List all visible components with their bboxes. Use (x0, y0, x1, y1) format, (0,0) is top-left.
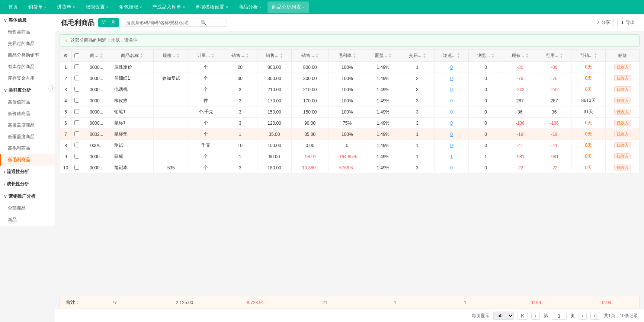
col-margin-rate[interactable]: 毛利率 ▲▼ (329, 50, 366, 62)
row-select-checkbox[interactable] (74, 109, 79, 114)
row-view1[interactable]: 1 (435, 151, 469, 162)
col-view1[interactable]: 浏览... ▲▼ (435, 50, 469, 62)
col-name[interactable]: 商品名称 ▲▼ (111, 50, 153, 62)
export-btn[interactable]: ⬇ 导出 (617, 18, 638, 27)
col-code[interactable]: 商... ▲▼ (82, 50, 111, 62)
row-checkbox[interactable] (72, 129, 82, 140)
row-view1[interactable]: 0 (435, 106, 469, 118)
row-name[interactable]: 测试 (111, 140, 153, 151)
col-unit[interactable]: 计量... ▲▼ (189, 50, 223, 62)
first-page-btn[interactable]: K (518, 312, 528, 320)
filter-recent-btn[interactable]: 近一月 (98, 18, 119, 27)
col-trade[interactable]: 交易... ▲▼ (400, 50, 435, 62)
last-page-btn[interactable]: ›| (590, 312, 600, 320)
row-name[interactable]: 鼠标垫 (111, 129, 153, 140)
nav-role-auth[interactable]: 角色授权× (115, 1, 147, 13)
nav-product-entry[interactable]: 产成品入库单× (148, 1, 189, 13)
row-name[interactable]: 铅笔1 (111, 106, 153, 118)
row-select-checkbox[interactable] (74, 120, 79, 125)
sidebar-item-all-goods[interactable]: 全部商品 (0, 203, 55, 214)
row-name[interactable]: 鼠标 (111, 151, 153, 162)
row-name[interactable]: 橡皮擦 (111, 95, 153, 106)
col-coverage[interactable]: 覆盖... ▲▼ (366, 50, 400, 62)
row-checkbox[interactable] (72, 118, 82, 129)
search-box[interactable]: 🔍 (123, 19, 227, 27)
sidebar-group-marketing[interactable]: ∨ 营销推广分析 (0, 190, 55, 203)
row-name[interactable]: 属性定价 (111, 62, 153, 73)
sidebar-item-stock-fund[interactable]: 库存资金占用 (0, 73, 55, 84)
row-view1[interactable]: 0 (435, 129, 469, 140)
sidebar-item-low-coverage[interactable]: 低覆盖度商品 (0, 131, 55, 143)
sidebar-item-category-rate[interactable]: 商品分类助销率 (0, 50, 55, 61)
row-select-checkbox[interactable] (74, 165, 79, 170)
nav-goods-analysis[interactable]: 商品分析× (234, 1, 266, 13)
row-name[interactable]: 鼠标1 (111, 118, 153, 129)
col-available[interactable]: 可用... ▲▼ (537, 50, 571, 62)
sidebar-item-low-margin[interactable]: 低毛利商品 (0, 154, 55, 166)
sidebar-item-traded-goods[interactable]: 交易过的商品 (0, 38, 55, 50)
row-select-checkbox[interactable] (74, 131, 79, 136)
page-size-select[interactable]: 50 20 100 (493, 312, 514, 320)
row-view1[interactable]: 0 (435, 84, 469, 95)
row-name[interactable]: 笔记本 (111, 162, 153, 173)
sidebar-group-circulation[interactable]: › 流通性分析 (0, 166, 55, 178)
row-select-checkbox[interactable] (74, 154, 79, 159)
col-current[interactable]: 现有... ▲▼ (503, 50, 537, 62)
sidebar-item-high-coverage[interactable]: 高覆盖度商品 (0, 119, 55, 131)
row-checkbox[interactable] (72, 106, 82, 118)
nav-home[interactable]: 首页 (4, 1, 22, 13)
nav-purchase-order[interactable]: 进货单× (52, 1, 80, 13)
search-input[interactable] (126, 20, 201, 25)
sidebar-item-high-value[interactable]: 高价值商品 (0, 96, 55, 108)
row-view1[interactable]: 0 (435, 95, 469, 106)
row-checkbox[interactable] (72, 151, 82, 162)
col-sales-count[interactable]: 销售... ▲▼ (223, 50, 257, 62)
row-checkbox[interactable] (72, 162, 82, 173)
row-select-checkbox[interactable] (74, 143, 79, 147)
row-checkbox[interactable] (72, 62, 82, 73)
row-view1[interactable]: 0 (435, 73, 469, 84)
nav-template[interactable]: 单据模板设置× (191, 1, 233, 13)
sidebar-item-new-goods[interactable]: 新品 (0, 214, 55, 226)
row-view1[interactable]: 0 (435, 140, 469, 151)
sidebar-item-stocked-goods[interactable]: 有库存的商品 (0, 61, 55, 73)
select-all-checkbox[interactable] (74, 53, 79, 58)
col-tag[interactable]: 标签 (606, 50, 640, 62)
row-checkbox[interactable] (72, 73, 82, 84)
col-sales-price[interactable]: 销售... ▲▼ (257, 50, 291, 62)
col-view2[interactable]: 浏览... ▲▼ (469, 50, 503, 62)
row-sellable: 0天 (571, 151, 606, 162)
row-name[interactable]: 吴细细1 (111, 73, 153, 84)
sidebar-group-growth[interactable]: › 成长性分析 (0, 178, 55, 190)
sidebar-group-cluster[interactable]: ∨ 类群度分析 (0, 84, 55, 96)
nav-sales-order[interactable]: 销货单× (24, 1, 51, 13)
row-view1[interactable]: 0 (435, 118, 469, 129)
row-view1[interactable]: 0 (435, 162, 469, 173)
row-checkbox[interactable] (72, 95, 82, 106)
row-select-checkbox[interactable] (74, 87, 79, 92)
row-name[interactable]: 电话机 (111, 84, 153, 95)
sidebar-item-high-margin[interactable]: 高毛利商品 (0, 143, 55, 154)
sidebar-item-sales-goods[interactable]: 销售类商品 (0, 26, 55, 38)
next-page-btn[interactable]: › (579, 312, 587, 320)
row-select-checkbox[interactable] (74, 76, 79, 80)
col-checkbox[interactable] (72, 50, 82, 62)
row-select-checkbox[interactable] (74, 64, 79, 69)
share-btn[interactable]: ↗ 分享 (593, 18, 613, 27)
row-select-checkbox[interactable] (74, 98, 79, 103)
col-spec[interactable]: 规格... ▲▼ (153, 50, 189, 62)
sidebar-group-overall[interactable]: ∨ 整体信息 (0, 14, 55, 26)
page-input[interactable] (552, 312, 567, 320)
nav-goods-analysis-list[interactable]: 商品分析列表× (267, 1, 309, 13)
row-checkbox[interactable] (72, 140, 82, 151)
row-view1[interactable]: 0 (435, 62, 469, 73)
col-sales-amount[interactable]: 销售... ▲▼ (291, 50, 328, 62)
col-settings[interactable]: ⚙ (60, 50, 72, 62)
col-sellable[interactable]: 可销... ▲▼ (571, 50, 606, 62)
row-checkbox[interactable] (72, 84, 82, 95)
sidebar-item-low-value[interactable]: 低价值商品 (0, 108, 55, 119)
prev-page-btn[interactable]: ‹ (531, 312, 539, 320)
sidebar-collapse-btn[interactable]: 《 (48, 85, 55, 92)
sort-code-icon: ▲▼ (100, 53, 103, 59)
nav-permission[interactable]: 权限设置× (81, 1, 113, 13)
